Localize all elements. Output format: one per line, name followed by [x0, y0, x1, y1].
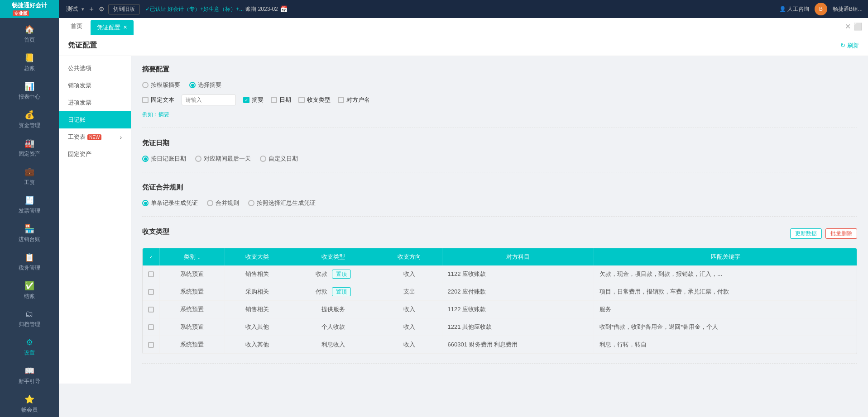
window-expand-icon[interactable]: ⬜ [854, 22, 863, 31]
left-nav-fixed-assets[interactable]: 固定资产 [59, 146, 131, 163]
radio-merge-rule[interactable]: 合并规则 [207, 199, 239, 207]
tab-home[interactable]: 首页 [64, 18, 89, 35]
row-big-type-2: 销售相关 [225, 301, 290, 318]
fixed-text-input[interactable] [182, 95, 236, 105]
row-type-2: 提供服务 [290, 301, 377, 318]
left-nav-sales-invoice[interactable]: 销项发票 [59, 77, 131, 94]
radio-period-last-day[interactable]: 对应期间最后一天 [195, 155, 251, 163]
merge-rule-section: 凭证合并规则 单条记录生成凭证 合并规则 [142, 183, 857, 217]
row-account-1: 2202 应付账款 [442, 283, 594, 301]
left-nav-public[interactable]: 公共选项 [59, 60, 131, 77]
radio-single-record[interactable]: 单条记录生成凭证 [142, 199, 198, 207]
left-nav-payroll[interactable]: 工资表 NEW › [59, 128, 131, 146]
summary-config-section: 摘要配置 按模版摘要 选择摘要 [142, 65, 857, 128]
radio-circle-journal [142, 156, 149, 162]
ledger-icon: 📒 [24, 53, 34, 63]
row-type-1: 付款 置顶 [290, 283, 377, 301]
checkbox-date[interactable]: 日期 [271, 96, 291, 104]
left-nav-purchase-invoice[interactable]: 进项发票 [59, 94, 131, 111]
table-action-row: 更新数据 批量删除 [790, 228, 857, 239]
sidebar-item-close[interactable]: ✅ 结账 [0, 276, 59, 305]
row-checkbox-1[interactable] [143, 283, 160, 301]
radio-aggregate[interactable]: 按照选择汇总生成凭证 [248, 199, 316, 207]
sidebar-item-salary[interactable]: 💼 工资 [0, 162, 59, 191]
checkbox-box-counterpart [338, 97, 344, 103]
refresh-button[interactable]: ↻ 刷新 [840, 42, 859, 50]
th-checkbox[interactable]: ✓ [143, 248, 160, 265]
help-icon: 👤 [779, 6, 786, 12]
sidebar-item-guide[interactable]: 📖 新手引导 [0, 361, 59, 390]
row-direction-4: 收入 [377, 336, 442, 354]
batch-delete-button[interactable]: 批量删除 [825, 228, 857, 239]
sidebar-item-member[interactable]: ⭐ 畅会员 [0, 390, 59, 417]
th-direction: 收支方向 [377, 248, 442, 265]
chevron-right-icon: › [120, 134, 122, 141]
table-row: 系统预置 收入其他 利息收入 收入 660301 财务费用 利息费用 利息，行转… [143, 336, 857, 354]
calendar-icon: 📅 [280, 5, 288, 13]
row-big-type-3: 收入其他 [225, 318, 290, 336]
add-icon[interactable]: ＋ [88, 5, 95, 14]
gear-icon[interactable]: ⚙ [99, 5, 105, 13]
sidebar-item-ledger[interactable]: 📒 总账 [0, 48, 59, 77]
row-keywords-0: 欠款，现金，项目款，到款，报销款，汇入，... [594, 265, 857, 283]
checkbox-income-type[interactable]: 收支类型 [298, 96, 331, 104]
checkbox-summary[interactable]: ✓ 摘要 [243, 96, 264, 104]
sidebar-item-archive[interactable]: 🗂 归档管理 [0, 305, 59, 333]
row-category-1: 系统预置 [160, 283, 225, 301]
checkbox-box-fixed [142, 97, 149, 103]
row-checkbox-3[interactable] [143, 318, 160, 336]
tabbar: 首页 凭证配置 ✕ ✕ ⬜ [59, 18, 868, 35]
sidebar-item-tax[interactable]: 📋 税务管理 [0, 248, 59, 276]
checkbox-box-date [271, 97, 277, 103]
top-badge-1[interactable]: 置顶 [332, 287, 351, 296]
main-area: 首页 凭证配置 ✕ ✕ ⬜ 凭证配置 ↻ 刷新 [59, 18, 868, 417]
checkbox-box-income-type [298, 97, 305, 103]
app-logo: 畅捷通好会计 专业版 [0, 0, 59, 18]
th-account: 对方科目 [442, 248, 594, 265]
sidebar-item-invoice[interactable]: 🧾 发票管理 [0, 191, 59, 219]
row-keywords-2: 服务 [594, 301, 857, 318]
radio-custom-date[interactable]: 自定义日期 [260, 155, 298, 163]
help-link[interactable]: 👤 人工咨询 [779, 5, 809, 13]
radio-template-summary[interactable]: 按模版摘要 [142, 81, 180, 89]
radio-select-summary[interactable]: 选择摘要 [189, 81, 221, 89]
row-category-0: 系统预置 [160, 265, 225, 283]
sidebar-item-stock[interactable]: 🏪 进销台账 [0, 219, 59, 248]
sidebar-item-settings[interactable]: ⚙ 设置 [0, 333, 59, 361]
row-account-4: 660301 财务费用 利息费用 [442, 336, 594, 354]
summary-config-title: 摘要配置 [142, 65, 857, 74]
left-nav-journal[interactable]: 日记账 [59, 111, 131, 128]
right-content: 摘要配置 按模版摘要 选择摘要 [131, 56, 868, 384]
checkbox-counterpart[interactable]: 对方户名 [338, 96, 370, 104]
row-checkbox-0[interactable] [143, 265, 160, 283]
home-icon: 🏠 [24, 24, 34, 34]
row-account-3: 1221 其他应收款 [442, 318, 594, 336]
sidebar-item-reports[interactable]: 📊 报表中心 [0, 77, 59, 105]
row-type-4: 利息收入 [290, 336, 377, 354]
checkbox-fixed-text[interactable]: 固定文本 [142, 96, 174, 104]
row-big-type-1: 采购相关 [225, 283, 290, 301]
sidebar-item-finance[interactable]: 💰 资金管理 [0, 105, 59, 134]
tab-voucher-config[interactable]: 凭证配置 ✕ [91, 20, 134, 35]
summary-config-radio-group: 按模版摘要 选择摘要 [142, 81, 857, 89]
tab-close-icon[interactable]: ✕ [123, 24, 127, 30]
income-expense-table: ✓ 类别 ↓ 收支大类 [143, 248, 857, 354]
row-direction-3: 收入 [377, 318, 442, 336]
update-data-button[interactable]: 更新数据 [790, 228, 822, 239]
sidebar-item-home[interactable]: 🏠 首页 [0, 20, 59, 48]
row-checkbox-2[interactable] [143, 301, 160, 318]
top-badge-0[interactable]: 置顶 [332, 270, 351, 279]
radio-journal-date[interactable]: 按日记账日期 [142, 155, 186, 163]
close-period-icon: ✅ [24, 281, 34, 291]
th-category: 类别 ↓ [160, 248, 225, 265]
module-chevron-icon: ▾ [82, 6, 84, 12]
radio-circle-period [195, 156, 201, 162]
sidebar-item-assets[interactable]: 🏭 固定资产 [0, 134, 59, 162]
window-close-icon[interactable]: ✕ [845, 22, 851, 31]
row-checkbox-4[interactable] [143, 336, 160, 354]
sidebar: 🏠 首页 📒 总账 📊 报表中心 💰 资金管理 🏭 固定资产 💼 工资 🧾 发票… [0, 18, 59, 417]
topbar-right: 👤 人工咨询 B 畅捷通B组... [779, 3, 863, 15]
switch-version-button[interactable]: 切到旧版 [108, 4, 140, 14]
row-keywords-3: 收到*借款，收到*备用金，退回*备用金，个人 [594, 318, 857, 336]
row-direction-0: 收入 [377, 265, 442, 283]
